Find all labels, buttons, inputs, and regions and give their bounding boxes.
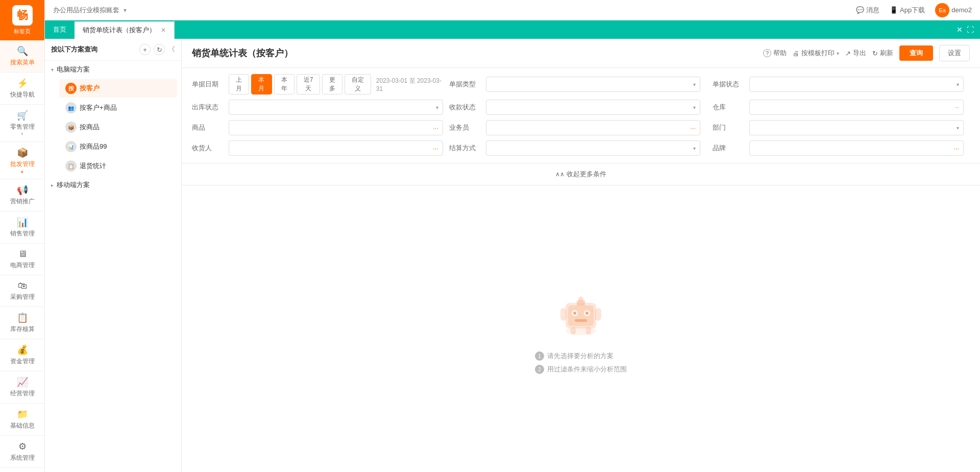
refresh-button[interactable]: ↻ 刷新 [872,49,893,58]
filter-dept-cell: 部门 ▾ [706,120,970,135]
goods-select[interactable]: ··· [229,120,443,135]
tip-2-text: 用过滤条件来缩小分析范围 [547,365,627,374]
tree-mobile-header[interactable]: ▸ 移动端方案 [45,176,181,194]
logo[interactable]: 畅 标签页 [0,0,44,40]
empty-tip-2: 2 用过滤条件来缩小分析范围 [535,365,627,374]
tree-child-by-goods-99[interactable]: 📊 按商品99 [59,137,177,156]
dept-select[interactable]: ▾ [749,120,964,135]
salesman-label: 业务员 [449,123,486,132]
sidebar-item-purchase[interactable]: 🛍 采购管理 [0,275,44,307]
svg-point-5 [573,312,576,315]
filter-brand-cell: 品牌 ··· [706,140,970,156]
empty-state: 1 请先选择要分析的方案 2 用过滤条件来缩小分析范围 [182,185,980,472]
setting-button[interactable]: 设置 [939,45,970,61]
tree-mobile-section: ▸ 移动端方案 [45,176,181,194]
sidebar-item-retail[interactable]: 🛒 零售管理 ▾ [0,105,44,142]
app-download-button[interactable]: 📱 App下载 [890,6,925,15]
tree-child-by-customer-goods[interactable]: 👥 按客户+商品 [59,99,177,117]
topbar: 办公用品行业模拟账套 ▾ 💬 消息 📱 App下载 Ea demo2 [45,0,980,20]
query-button[interactable]: 查询 [899,45,933,61]
brand-select[interactable]: ··· [749,140,964,156]
out-status-label: 出库状态 [192,103,229,112]
export-button[interactable]: ↗ 导出 [845,49,866,58]
help-icon: ? [763,49,771,57]
sidebar-item-finance[interactable]: 💰 资金管理 [0,339,44,371]
return-stat-label: 退货统计 [80,161,106,171]
filter-goods-cell: 商品 ··· [192,120,443,135]
status-label: 单据状态 [713,80,749,89]
date-btn-more[interactable]: 更多 [322,74,342,95]
export-icon: ↗ [845,50,851,57]
message-icon: 💬 [856,6,864,14]
sidebar: 畅 标签页 🔍 搜索菜单 ⚡ 快捷导航 🛒 零售管理 ▾ 📦 批发管理 ▴ 📢 … [0,0,45,472]
tab-sales-stat[interactable]: 销货单统计表（按客户） ✕ [75,20,175,39]
status-select[interactable]: ▾ [749,77,964,92]
sidebar-item-enterprise[interactable]: 🤝 企业协同 [0,468,44,472]
sidebar-item-basic-info[interactable]: 📁 基础信息 [0,404,44,436]
type-select[interactable]: ▾ [486,77,700,92]
refresh-scheme-button[interactable]: ↻ [154,44,165,55]
date-label: 单据日期 [192,80,229,89]
print-button[interactable]: 🖨 按模板打印 ▾ [793,49,839,58]
type-label: 单据类型 [449,80,486,89]
tree-child-by-customer[interactable]: 按 按客户 [59,79,177,98]
topbar-right: 💬 消息 📱 App下载 Ea demo2 [856,3,972,17]
tab-close-window-icon[interactable]: ✕ [957,26,963,34]
left-panel-title: 按以下方案查询 [51,45,97,54]
quick-nav-icon: ⚡ [17,78,28,89]
sidebar-item-marketing[interactable]: 📢 营销推广 [0,179,44,211]
tree-child-return-stat[interactable]: 📋 退货统计 [59,157,177,175]
collapse-arrow-icon: 《 [168,45,175,53]
collapse-panel-button[interactable]: 《 [168,45,175,54]
topbar-dropdown-icon[interactable]: ▾ [124,7,127,14]
by-customer-label: 按客户 [80,84,100,93]
sidebar-item-search-menu[interactable]: 🔍 搜索菜单 [0,40,44,73]
page-actions: ? 帮助 🖨 按模板打印 ▾ ↗ 导出 ↻ 刷新 [763,45,970,61]
tab-close-icon[interactable]: ✕ [161,27,166,34]
sidebar-item-inventory[interactable]: 📋 库存核算 [0,307,44,339]
sidebar-item-wholesale[interactable]: 📦 批发管理 ▴ [0,142,44,179]
tab-maximize-icon[interactable]: ⛶ [967,26,974,34]
date-btn-custom[interactable]: 自定义 [345,74,371,95]
collapse-more-label: 收起更多条件 [567,170,606,179]
sidebar-item-ecommerce[interactable]: 🖥 电商管理 [0,244,44,275]
message-button[interactable]: 💬 消息 [856,6,879,15]
sidebar-item-sales[interactable]: 📊 销售管理 [0,211,44,244]
filter-row-3: 商品 ··· 业务员 ··· 部门 [192,120,970,135]
svg-point-6 [585,312,589,315]
date-btn-this-month[interactable]: 本月 [251,74,272,95]
empty-tips: 1 请先选择要分析的方案 2 用过滤条件来缩小分析范围 [535,351,627,378]
date-btn-this-year[interactable]: 本年 [274,74,295,95]
tree-desktop-header[interactable]: ▾ 电脑端方案 [45,61,181,78]
sidebar-item-operations[interactable]: 📈 经营管理 [0,371,44,404]
sidebar-item-system[interactable]: ⚙ 系统管理 [0,436,44,468]
settlement-select[interactable]: ▾ [486,140,700,156]
filter-row-2: 出库状态 ▾ 收款状态 ▾ 仓库 [192,100,970,115]
refresh-icon: ↻ [872,50,878,57]
tab-home[interactable]: 首页 [45,20,75,39]
sidebar-item-quick-nav[interactable]: ⚡ 快捷导航 [0,73,44,105]
app-download-icon: 📱 [890,6,898,14]
help-button[interactable]: ? 帮助 [763,49,787,58]
receipt-status-select[interactable]: ▾ [486,100,700,115]
collapse-more-button[interactable]: ∧∧ 收起更多条件 [549,168,612,181]
user-profile[interactable]: Ea demo2 [935,3,972,17]
empty-tip-1: 1 请先选择要分析的方案 [535,351,627,361]
inventory-icon: 📋 [17,312,28,323]
sidebar-item-marketing-label: 营销推广 [10,197,35,206]
wholesale-icon: 📦 [17,147,28,158]
print-icon: 🖨 [793,50,799,57]
date-btn-7days[interactable]: 近7天 [297,74,320,95]
date-btn-last-month[interactable]: 上月 [229,74,249,95]
sales-icon: 📊 [17,217,28,228]
add-scheme-button[interactable]: + [139,44,151,55]
sidebar-item-quick-nav-label: 快捷导航 [10,90,35,99]
out-status-select[interactable]: ▾ [229,100,443,115]
receiver-select[interactable]: ··· [229,140,443,156]
warehouse-select[interactable]: ··· [749,100,964,115]
warehouse-label: 仓库 [713,103,749,112]
dept-arrow: ▾ [957,125,959,131]
salesman-select[interactable]: ··· [486,120,700,135]
brand-label: 品牌 [713,144,749,153]
tree-child-by-goods[interactable]: 📦 按商品 [59,118,177,136]
